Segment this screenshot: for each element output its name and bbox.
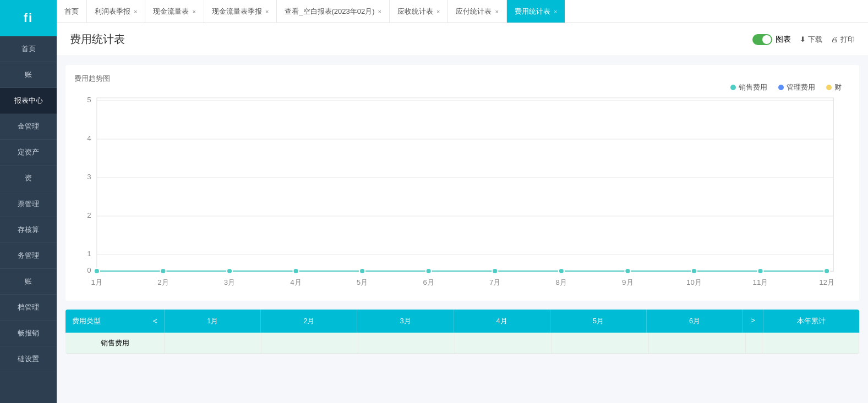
sidebar-item-account[interactable]: 账 (0, 62, 57, 88)
svg-point-17 (359, 268, 365, 274)
chart-toggle-wrap: 图表 (752, 34, 791, 45)
svg-text:11月: 11月 (753, 278, 768, 286)
th-month-3: 3月 (357, 310, 454, 333)
td-m4 (455, 333, 552, 354)
sidebar-item-fixed-assets[interactable]: 定资产 (0, 140, 57, 165)
tab-home[interactable]: 首页 (57, 0, 87, 23)
th-month-1: 1月 (165, 310, 261, 333)
svg-point-24 (824, 268, 829, 274)
tab-receivable[interactable]: 应收统计表 × (390, 0, 448, 23)
chart-svg: 5 4 3 2 1 0 (74, 92, 850, 290)
print-icon: 🖨 (831, 35, 838, 43)
svg-point-22 (691, 268, 697, 274)
main-content: 首页 利润表季报 × 现金流量表 × 现金流量表季报 × 查看_空白报表(202… (57, 0, 868, 403)
tab-cashflow[interactable]: 现金流量表 × (145, 0, 204, 23)
svg-rect-12 (97, 98, 833, 272)
svg-text:0: 0 (87, 266, 91, 274)
svg-text:1月: 1月 (91, 278, 103, 286)
page-header: 费用统计表 图表 ⬇ 下载 🖨 打印 (57, 23, 868, 56)
th-annual: 本年累计 (763, 310, 859, 333)
svg-text:5月: 5月 (357, 278, 368, 286)
header-actions: 图表 ⬇ 下载 🖨 打印 (752, 34, 855, 45)
svg-text:5: 5 (87, 96, 91, 104)
sidebar-item-ledger[interactable]: 账 (0, 269, 57, 295)
chart-section: 费用趋势图 销售费用 管理费用 财 (65, 65, 859, 301)
chart-svg-area: 5 4 3 2 1 0 (74, 88, 850, 292)
table-header: 费用类型 < 1月 2月 3月 4月 5月 6月 > 本年累计 (65, 310, 859, 333)
svg-text:3月: 3月 (224, 278, 236, 286)
svg-text:4: 4 (87, 134, 91, 142)
sidebar-item-archive[interactable]: 档管理 (0, 295, 57, 321)
sidebar-item-report-center[interactable]: 报表中心 (0, 88, 57, 114)
svg-point-19 (492, 268, 498, 274)
close-icon[interactable]: × (436, 8, 440, 15)
table-row: 销售费用 (65, 333, 859, 354)
tab-cashflow-quarter[interactable]: 现金流量表季报 × (204, 0, 277, 23)
sidebar-item-service-mgmt[interactable]: 务管理 (0, 243, 57, 269)
svg-point-15 (227, 268, 232, 274)
th-month-6: 6月 (647, 310, 743, 333)
page-title: 费用统计表 (70, 32, 125, 47)
sidebar: fi 首页 账 报表中心 金管理 定资产 资 票管理 存核算 务管理 账 档管理… (0, 0, 57, 403)
th-nav-next[interactable]: > (743, 310, 763, 333)
tab-bar: 首页 利润表季报 × 现金流量表 × 现金流量表季报 × 查看_空白报表(202… (57, 0, 868, 23)
td-annual (762, 333, 859, 354)
tab-profit-quarter[interactable]: 利润表季报 × (87, 0, 145, 23)
close-icon[interactable]: × (554, 8, 557, 15)
svg-point-21 (625, 268, 630, 274)
close-icon[interactable]: × (134, 8, 137, 15)
sidebar-logo: fi (0, 0, 57, 36)
sidebar-item-expense-report[interactable]: 畅报销 (0, 321, 57, 346)
print-button[interactable]: 🖨 打印 (831, 35, 855, 45)
svg-text:2: 2 (87, 211, 91, 219)
svg-point-20 (559, 268, 564, 274)
td-m6 (649, 333, 746, 354)
svg-point-16 (293, 268, 298, 274)
tab-payable[interactable]: 应付统计表 × (448, 0, 506, 23)
td-m3 (358, 333, 455, 354)
sidebar-item-invoice-mgmt[interactable]: 票管理 (0, 191, 57, 217)
td-m5 (552, 333, 649, 354)
svg-point-23 (757, 268, 763, 274)
th-type: 费用类型 < (65, 310, 165, 333)
tab-expense-stat[interactable]: 费用统计表 × (507, 0, 565, 23)
td-m2 (261, 333, 358, 354)
sidebar-item-inventory[interactable]: 存核算 (0, 217, 57, 243)
tab-view-blank[interactable]: 查看_空白报表(2023年02月) × (277, 0, 390, 23)
svg-text:3: 3 (87, 173, 91, 181)
th-nav-prev[interactable]: < (153, 317, 157, 325)
svg-text:7月: 7月 (489, 278, 501, 286)
chart-toggle-label: 图表 (776, 35, 791, 45)
svg-point-14 (160, 268, 166, 274)
table-section: 费用类型 < 1月 2月 3月 4月 5月 6月 > 本年累计 销售费用 (65, 310, 859, 354)
page-content: 费用统计表 图表 ⬇ 下载 🖨 打印 费用趋势图 (57, 23, 868, 403)
svg-text:1: 1 (87, 250, 91, 258)
close-icon[interactable]: × (495, 8, 498, 15)
th-month-5: 5月 (550, 310, 647, 333)
sidebar-item-investment[interactable]: 资 (0, 165, 57, 191)
sidebar-item-fund-mgmt[interactable]: 金管理 (0, 114, 57, 140)
sidebar-item-home[interactable]: 首页 (0, 36, 57, 62)
close-icon[interactable]: × (192, 8, 195, 15)
th-month-4: 4月 (454, 310, 550, 333)
svg-text:10月: 10月 (686, 278, 702, 286)
table-row-group-sales: 销售费用 (65, 333, 859, 354)
close-icon[interactable]: × (265, 8, 269, 15)
svg-point-13 (94, 268, 100, 274)
th-month-2: 2月 (261, 310, 357, 333)
svg-point-18 (426, 268, 432, 274)
svg-text:2月: 2月 (157, 278, 169, 286)
download-button[interactable]: ⬇ 下载 (800, 35, 822, 45)
td-m1 (165, 333, 261, 354)
td-spacer (746, 333, 762, 354)
td-type: 销售费用 (65, 333, 165, 354)
close-icon[interactable]: × (378, 8, 381, 15)
sidebar-item-basic-settings[interactable]: 础设置 (0, 346, 57, 372)
svg-text:9月: 9月 (622, 278, 634, 286)
svg-text:4月: 4月 (290, 278, 302, 286)
download-icon: ⬇ (800, 35, 806, 43)
svg-text:6月: 6月 (423, 278, 434, 286)
chart-toggle[interactable] (752, 34, 772, 45)
svg-text:12月: 12月 (819, 278, 834, 286)
svg-text:8月: 8月 (556, 278, 567, 286)
